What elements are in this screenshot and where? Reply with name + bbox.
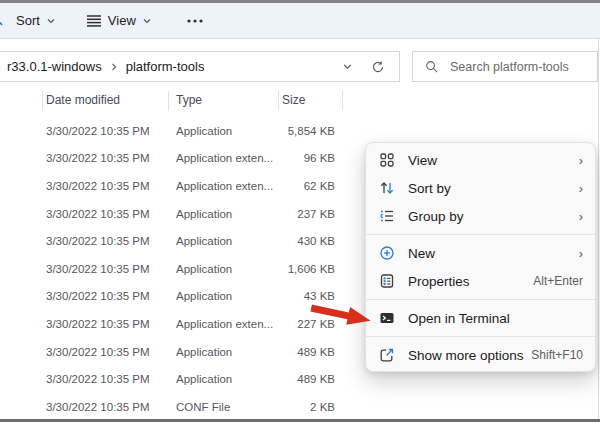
chevron-down-icon — [46, 16, 56, 26]
file-type: Application — [176, 346, 276, 358]
menu-item-label: Open in Terminal — [408, 311, 583, 326]
terminal-icon — [378, 310, 396, 326]
file-size: 489 KB — [276, 346, 335, 358]
file-size: 62 KB — [276, 180, 335, 192]
view-button-label: View — [108, 13, 136, 28]
file-size: 2 KB — [276, 401, 335, 413]
file-row[interactable]: 3/30/2022 10:35 PMApplication489 KB — [0, 338, 360, 366]
file-size: 96 KB — [276, 152, 335, 164]
new-plus-icon — [378, 245, 396, 261]
group-by-icon — [378, 208, 396, 224]
chevron-down-icon — [142, 16, 152, 26]
file-row[interactable]: 3/30/2022 10:35 PMApplication43 KB — [0, 283, 360, 311]
menu-item-label: View — [408, 153, 579, 168]
command-toolbar: Sort View — [0, 3, 600, 39]
menu-item-view[interactable]: View› — [366, 146, 595, 174]
breadcrumb-segment[interactable]: r33.0.1-windows — [3, 59, 106, 74]
file-type: Application exten... — [176, 180, 276, 192]
view-button[interactable]: View — [78, 7, 160, 35]
menu-item-shortcut: Alt+Enter — [533, 274, 583, 288]
menu-item-sort-by[interactable]: Sort by› — [366, 174, 595, 202]
search-input[interactable] — [448, 59, 597, 75]
menu-separator — [366, 299, 595, 300]
file-type: Application — [176, 290, 276, 302]
column-header-size[interactable]: Size — [282, 93, 305, 107]
file-row[interactable]: 3/30/2022 10:35 PMApplication exten...62… — [0, 172, 360, 200]
search-box[interactable] — [412, 51, 598, 82]
breadcrumb-segment[interactable]: platform-tools — [122, 59, 209, 74]
file-date: 3/30/2022 10:35 PM — [0, 346, 176, 358]
file-date: 3/30/2022 10:35 PM — [0, 235, 176, 247]
menu-item-properties[interactable]: PropertiesAlt+Enter — [366, 267, 595, 295]
view-grid-icon — [378, 152, 396, 168]
file-date: 3/30/2022 10:35 PM — [0, 208, 176, 220]
file-row[interactable]: 3/30/2022 10:35 PMApplication exten...96… — [0, 145, 360, 173]
sort-button-label: Sort — [16, 13, 40, 28]
file-date: 3/30/2022 10:35 PM — [0, 373, 176, 385]
chevron-right-icon: › — [579, 210, 583, 223]
see-more-button[interactable] — [178, 7, 212, 35]
column-separator[interactable] — [278, 91, 279, 111]
file-type: Application — [176, 263, 276, 275]
file-size: 489 KB — [276, 373, 335, 385]
chevron-right-icon: › — [579, 247, 583, 260]
column-header-type[interactable]: Type — [176, 93, 202, 107]
context-menu: View› Sort by› Group by› New› Properties… — [365, 142, 596, 372]
file-size: 43 KB — [276, 290, 335, 302]
details-view-icon — [86, 14, 102, 28]
file-date: 3/30/2022 10:35 PM — [0, 318, 176, 330]
file-row[interactable]: 3/30/2022 10:35 PMApplication489 KB — [0, 365, 360, 393]
file-size: 237 KB — [276, 208, 335, 220]
chevron-right-icon: › — [579, 182, 583, 195]
menu-item-shortcut: Shift+F10 — [531, 348, 583, 362]
file-date: 3/30/2022 10:35 PM — [0, 180, 176, 192]
show-more-icon — [378, 347, 396, 363]
menu-item-new[interactable]: New› — [366, 239, 595, 267]
file-size: 5,854 KB — [276, 125, 335, 137]
column-separator[interactable] — [42, 91, 43, 111]
sort-icon — [378, 180, 396, 196]
file-list-header: Date modified Type Size — [0, 90, 360, 114]
ellipsis-icon — [186, 18, 204, 24]
file-row[interactable]: 3/30/2022 10:35 PMApplication237 KB — [0, 200, 360, 228]
sort-button[interactable]: Sort — [8, 7, 64, 35]
menu-separator — [366, 336, 595, 337]
search-icon — [425, 60, 438, 73]
menu-item-show-more-options[interactable]: Show more optionsShift+F10 — [366, 341, 595, 369]
column-header-date-modified[interactable]: Date modified — [46, 93, 120, 107]
clipped-sort-icon — [0, 17, 5, 27]
file-type: Application — [176, 208, 276, 220]
file-type: Application exten... — [176, 152, 276, 164]
column-separator[interactable] — [342, 91, 343, 111]
menu-item-group-by[interactable]: Group by› — [366, 202, 595, 230]
menu-item-label: Group by — [408, 209, 579, 224]
file-size: 1,606 KB — [276, 263, 335, 275]
refresh-icon[interactable] — [371, 60, 385, 74]
file-date: 3/30/2022 10:35 PM — [0, 152, 176, 164]
file-row[interactable]: 3/30/2022 10:35 PMCONF File2 KB — [0, 393, 360, 421]
file-date: 3/30/2022 10:35 PM — [0, 401, 176, 413]
file-row[interactable]: 3/30/2022 10:35 PMApplication5,854 KB — [0, 117, 360, 145]
file-date: 3/30/2022 10:35 PM — [0, 125, 176, 137]
menu-item-open-in-terminal[interactable]: Open in Terminal — [366, 304, 595, 332]
file-type: Application — [176, 373, 276, 385]
column-separator[interactable] — [168, 91, 169, 111]
file-date: 3/30/2022 10:35 PM — [0, 290, 176, 302]
file-row[interactable]: 3/30/2022 10:35 PMApplication430 KB — [0, 227, 360, 255]
file-type: CONF File — [176, 401, 276, 413]
file-size: 227 KB — [276, 318, 335, 330]
file-type: Application exten... — [176, 318, 276, 330]
file-row[interactable]: 3/30/2022 10:35 PMApplication1,606 KB — [0, 255, 360, 283]
file-row[interactable]: 3/30/2022 10:35 PMApplication exten...22… — [0, 310, 360, 338]
chevron-right-icon — [109, 62, 119, 72]
file-type: Application — [176, 125, 276, 137]
address-dropdown-icon[interactable] — [342, 61, 353, 72]
menu-item-label: Properties — [408, 274, 533, 289]
properties-icon — [378, 273, 396, 289]
address-bar[interactable]: r33.0.1-windows platform-tools — [0, 51, 400, 82]
file-list: 3/30/2022 10:35 PMApplication5,854 KB3/3… — [0, 117, 360, 421]
menu-item-label: New — [408, 246, 579, 261]
chevron-right-icon: › — [579, 154, 583, 167]
file-explorer-window: Sort View r33.0.1-windows — [0, 0, 600, 425]
menu-item-label: Show more options — [408, 348, 531, 363]
